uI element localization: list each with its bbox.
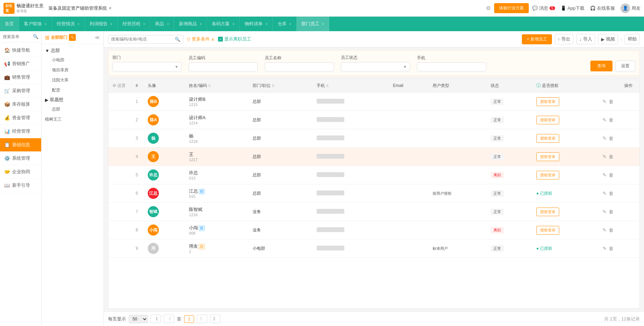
system-dropdown-icon[interactable]: ▾ xyxy=(109,6,111,11)
tab-operations[interactable]: 经营情况 × xyxy=(52,17,85,31)
auth-login-btn[interactable]: 授权登录 xyxy=(536,116,559,124)
sidebar-item-operations[interactable]: 📊 经营管理 xyxy=(0,125,41,138)
auth-login-btn[interactable]: 授权登录 xyxy=(536,97,559,106)
tab-profit[interactable]: 利润报告 × xyxy=(85,17,118,31)
close-icon[interactable]: × xyxy=(167,22,169,26)
dept-item-distribution[interactable]: 配货 xyxy=(45,85,103,95)
status-select[interactable]: ▾ xyxy=(341,62,410,71)
collapse-icon[interactable]: ≪ xyxy=(95,35,100,40)
close-icon[interactable]: × xyxy=(289,22,291,26)
tab-home[interactable]: 首页 xyxy=(0,17,19,31)
export-button[interactable]: ↑ 导出 xyxy=(555,34,574,44)
tab-customer[interactable]: 客户联络 × xyxy=(19,17,52,31)
dept-item-project[interactable]: 项目库房 xyxy=(45,65,103,75)
edit-icon[interactable]: ✎ xyxy=(602,117,607,123)
online-service-btn[interactable]: 🎧 在线客服 xyxy=(590,5,615,11)
video-button[interactable]: ▶ 视频 xyxy=(598,34,618,44)
dept-item-hq2[interactable]: 总部 xyxy=(45,104,103,114)
sidebar-item-guide[interactable]: 📖 新手引导 xyxy=(0,179,41,192)
col-phone[interactable]: 手机 ⇅ xyxy=(312,79,389,92)
sidebar-item-purchase[interactable]: 🛒 采购管理 xyxy=(0,84,41,98)
auth-login-btn[interactable]: 授权登录 xyxy=(536,208,559,216)
dept-edit-icon[interactable]: ✎ xyxy=(69,34,76,41)
edit-icon[interactable]: ✎ xyxy=(602,191,607,196)
show-resigned-toggle[interactable]: ✓ 显示离职员工 xyxy=(218,36,251,42)
close-icon[interactable]: × xyxy=(45,22,47,26)
close-icon-active[interactable]: × xyxy=(322,22,324,26)
sidebar-item-marketing[interactable]: 📢 营销推广 xyxy=(0,57,41,71)
search-btn-icon[interactable]: 🔍 xyxy=(175,37,180,42)
user-area[interactable]: 👤 用友 xyxy=(620,3,641,13)
close-icon[interactable]: × xyxy=(110,22,112,26)
dept-tree-group-double-wish[interactable]: ▶ 双愿想 xyxy=(42,95,103,104)
message-btn[interactable]: 💬 消息 5 xyxy=(532,5,555,11)
delete-icon[interactable]: 🗑 xyxy=(609,227,614,233)
col-settings[interactable]: ⚙ 设置 xyxy=(108,79,130,92)
sidebar-item-basic-info[interactable]: 📋 基础信息 xyxy=(0,138,41,152)
sidebar-item-system[interactable]: ⚙️ 系统管理 xyxy=(0,152,41,165)
dept-select[interactable]: ▾ xyxy=(112,62,182,71)
dept-item-shenyang[interactable]: 沈阳大库 xyxy=(45,75,103,85)
delete-icon[interactable]: 🗑 xyxy=(609,246,614,251)
import-button[interactable]: ↓ 导入 xyxy=(576,34,595,44)
edit-icon[interactable]: ✎ xyxy=(602,209,607,214)
tab-barcode[interactable]: 条码方案 × xyxy=(207,17,240,31)
search-input[interactable] xyxy=(111,37,173,42)
auth-login-btn[interactable]: 授权登录 xyxy=(536,134,559,143)
delete-icon[interactable]: 🗑 xyxy=(609,154,614,159)
tab-new-goods[interactable]: 新增商品 × xyxy=(174,17,207,31)
tab-warehouse[interactable]: 仓库 × xyxy=(273,17,297,31)
tab-journey[interactable]: 经营历程 × xyxy=(118,17,151,31)
delete-icon[interactable]: 🗑 xyxy=(609,117,614,123)
close-icon[interactable]: × xyxy=(78,22,80,26)
sidebar-item-quick-nav[interactable]: 🏠 快捷导航 xyxy=(0,44,41,57)
edit-icon[interactable]: ✎ xyxy=(602,154,607,159)
sidebar-search-input[interactable] xyxy=(3,34,31,39)
dept-item-planting[interactable]: 植树王三 xyxy=(42,114,103,124)
close-icon[interactable]: × xyxy=(233,22,235,26)
delete-icon[interactable]: 🗑 xyxy=(609,99,614,104)
dept-tree-group-hq[interactable]: ▼ 总部 xyxy=(42,46,103,55)
edit-icon[interactable]: ✎ xyxy=(602,227,607,233)
auth-login-btn[interactable]: 授权登录 xyxy=(536,226,559,235)
auth-login-btn[interactable]: 授权登录 xyxy=(536,152,559,161)
delete-icon[interactable]: 🗑 xyxy=(609,191,614,196)
prev-page-btn[interactable]: 〈 xyxy=(164,315,174,323)
col-dept[interactable]: 部门/职位 ⇅ xyxy=(248,79,312,92)
dept-item-small-elec[interactable]: 小电部 xyxy=(45,55,103,65)
auth-login-btn[interactable]: 授权登录 xyxy=(536,171,559,179)
emp-name-input[interactable] xyxy=(265,62,334,71)
per-page-select[interactable]: 50 20 100 xyxy=(129,315,148,323)
app-download-btn[interactable]: 📱 App下载 xyxy=(561,5,584,11)
edit-icon[interactable]: ✎ xyxy=(602,135,607,141)
sidebar-item-inventory[interactable]: 📦 库存核算 xyxy=(0,98,41,111)
gear-icon[interactable]: ⚙ xyxy=(486,5,491,11)
next-page-btn[interactable]: 〉 xyxy=(197,315,207,323)
first-page-btn[interactable]: 《 xyxy=(151,315,161,323)
current-page[interactable]: 1 xyxy=(184,315,194,323)
tab-employees[interactable]: 部门员工 × xyxy=(297,17,329,31)
emp-code-input[interactable] xyxy=(189,62,258,71)
add-employee-button[interactable]: + 新增员工 xyxy=(522,34,552,44)
col-name[interactable]: 姓名/编码 ⇅ xyxy=(185,79,248,92)
phone-input[interactable] xyxy=(417,62,486,71)
more-conditions-btn[interactable]: ▽ 更多条件 ∧ xyxy=(187,36,215,42)
delete-icon[interactable]: 🗑 xyxy=(609,209,614,214)
set-button[interactable]: 设置 xyxy=(615,61,635,71)
query-button[interactable]: 查询 xyxy=(590,61,613,71)
close-icon[interactable]: × xyxy=(265,22,267,26)
help-button[interactable]: 帮助 xyxy=(625,34,640,44)
delete-icon[interactable]: 🗑 xyxy=(609,172,614,178)
sidebar-item-enterprise[interactable]: 🤝 企业协同 xyxy=(0,165,41,179)
close-icon[interactable]: × xyxy=(200,22,202,26)
delete-icon[interactable]: 🗑 xyxy=(609,135,614,141)
sidebar-item-sales[interactable]: 💼 销售管理 xyxy=(0,71,41,84)
tab-goods[interactable]: 商品 × xyxy=(150,17,174,31)
edit-icon[interactable]: ✎ xyxy=(602,99,607,104)
tab-bom[interactable]: 物料清单 × xyxy=(240,17,273,31)
trial-button[interactable]: 体验行业方案 xyxy=(494,3,529,13)
sidebar-item-finance[interactable]: 💰 资金管理 xyxy=(0,111,41,125)
last-page-btn[interactable]: 》 xyxy=(210,315,220,323)
edit-icon[interactable]: ✎ xyxy=(602,172,607,178)
close-icon[interactable]: × xyxy=(143,22,145,26)
